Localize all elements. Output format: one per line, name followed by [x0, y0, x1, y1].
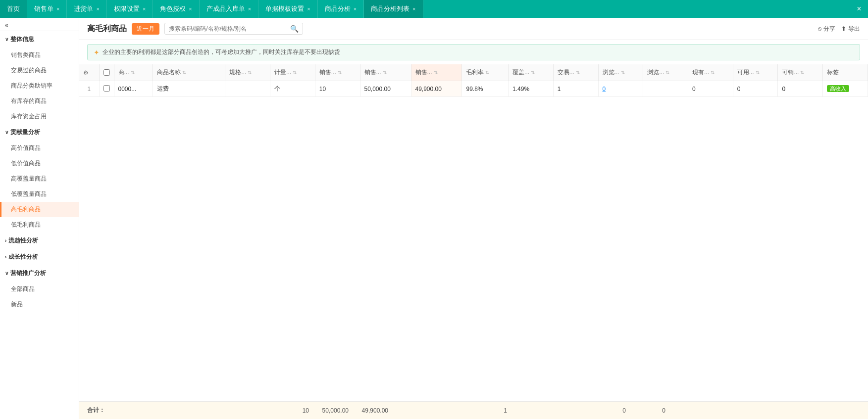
sidebar-item-category-rate[interactable]: 商品分类助销率 — [0, 78, 79, 93]
sort-icon-sale-amt: ⇅ — [383, 70, 387, 75]
footer-sale-amt: 50,000.00 — [313, 407, 353, 414]
footer-stock: 0 — [590, 407, 630, 414]
data-table-wrapper[interactable]: ⚙ 商...⇅ 商品名称⇅ 规格...⇅ — [79, 64, 868, 401]
nav-tab-product-inbound[interactable]: 产成品入库单 × — [200, 0, 258, 18]
sidebar-item-new-goods[interactable]: 新品 — [0, 297, 79, 312]
footer-label: 合计： — [87, 406, 105, 415]
sort-icon-spec: ⇅ — [248, 70, 252, 75]
section-arrow-overall: ∨ — [5, 37, 8, 42]
close-tab-purchase[interactable]: × — [96, 6, 99, 12]
sidebar-item-high-coverage[interactable]: 高覆盖量商品 — [0, 171, 79, 186]
cell-unit: 个 — [270, 81, 315, 97]
close-tab-permissions[interactable]: × — [143, 6, 146, 12]
th-tag[interactable]: 标签 — [823, 64, 868, 81]
close-tab-product-inbound[interactable]: × — [248, 6, 251, 12]
content-area: 高毛利商品 近一月 🔍 ⎋ 分享 ⬆ 导出 ✦ 企业的主要的利润都是这部分商品创… — [79, 18, 868, 419]
th-browse1[interactable]: 浏览...⇅ — [598, 64, 643, 81]
sidebar-item-low-margin[interactable]: 低毛利商品 — [0, 217, 79, 233]
cell-checkbox[interactable] — [99, 81, 114, 97]
th-code[interactable]: 商...⇅ — [114, 64, 153, 81]
sidebar-item-low-coverage[interactable]: 低覆盖量商品 — [0, 186, 79, 202]
sidebar-item-sales-goods[interactable]: 销售类商品 — [0, 47, 79, 63]
th-stock[interactable]: 现有...⇅ — [688, 64, 733, 81]
search-icon[interactable]: 🔍 — [290, 25, 299, 33]
footer-sale-qty: 10 — [273, 407, 313, 414]
page-title: 高毛利商品 — [87, 24, 127, 34]
nav-tab-analysis-list[interactable]: 商品分析列表 × — [364, 0, 423, 18]
sidebar-item-traded-goods[interactable]: 交易过的商品 — [0, 63, 79, 78]
data-table: ⚙ 商...⇅ 商品名称⇅ 规格...⇅ — [79, 64, 868, 97]
nav-tab-analysis[interactable]: 商品分析 × — [318, 0, 364, 18]
th-available[interactable]: 可用...⇅ — [733, 64, 778, 81]
nav-tab-template[interactable]: 单据模板设置 × — [258, 0, 317, 18]
th-sellable[interactable]: 可销...⇅ — [778, 64, 823, 81]
footer-cell-empty2 — [154, 407, 194, 414]
nav-tab-permissions[interactable]: 权限设置 × — [107, 0, 153, 18]
close-tab-template[interactable]: × — [307, 6, 310, 12]
sidebar-section-growth[interactable]: › 成长性分析 — [0, 249, 79, 265]
export-icon: ⬆ — [841, 25, 846, 32]
sidebar-section-marketing[interactable]: ∨ 营销推广分析 — [0, 265, 79, 281]
th-sale-profit[interactable]: 销售...⇅ — [411, 64, 462, 81]
sidebar-item-stocked-goods[interactable]: 有库存的商品 — [0, 93, 79, 109]
sidebar-item-high-value[interactable]: 高价值商品 — [0, 140, 79, 156]
th-spec[interactable]: 规格...⇅ — [225, 64, 270, 81]
sort-icon-available: ⇅ — [756, 70, 760, 75]
select-all-checkbox[interactable] — [103, 69, 110, 76]
nav-tab-roles[interactable]: 角色授权 × — [153, 0, 199, 18]
nav-tab-home[interactable]: 首页 — [0, 0, 27, 18]
share-button[interactable]: ⎋ 分享 — [818, 25, 835, 33]
sort-icon-stock: ⇅ — [711, 70, 715, 75]
cell-sale-amt: 50,000.00 — [360, 81, 411, 97]
sidebar-item-low-value[interactable]: 低价值商品 — [0, 156, 79, 171]
sort-icon-browse1: ⇅ — [621, 70, 625, 75]
close-tab-analysis-list[interactable]: × — [412, 6, 415, 12]
table-row: 1 0000... 运费 个 — [79, 81, 868, 97]
th-unit[interactable]: 计量...⇅ — [270, 64, 315, 81]
sidebar-item-inventory-capital[interactable]: 库存资金占用 — [0, 109, 79, 124]
close-tab-analysis[interactable]: × — [354, 6, 357, 12]
close-tab-roles[interactable]: × — [189, 6, 192, 12]
time-filter-button[interactable]: 近一月 — [132, 23, 159, 35]
cell-browse1[interactable]: 0 — [598, 81, 643, 97]
window-close-button[interactable]: × — [850, 0, 868, 18]
th-margin-rate[interactable]: 毛利率⇅ — [462, 64, 509, 81]
th-trade[interactable]: 交易...⇅ — [553, 64, 598, 81]
sidebar-item-all-goods[interactable]: 全部商品 — [0, 281, 79, 297]
sidebar-item-high-margin[interactable]: 高毛利商品 — [0, 202, 79, 217]
cell-coverage: 1.49% — [509, 81, 554, 97]
nav-tab-sales[interactable]: 销售单 × — [27, 0, 67, 18]
cell-trade: 1 — [553, 81, 598, 97]
th-settings[interactable]: ⚙ — [79, 64, 99, 81]
th-sale-qty[interactable]: 销售...⇅ — [315, 64, 360, 81]
sort-icon-margin: ⇅ — [485, 70, 489, 75]
cell-num: 1 — [79, 81, 99, 97]
sidebar-section-contribution[interactable]: ∨ 贡献量分析 — [0, 124, 79, 140]
footer-cells: 10 50,000.00 49,900.00 1 0 0 — [115, 407, 860, 414]
info-icon: ✦ — [94, 48, 100, 56]
th-name[interactable]: 商品名称⇅ — [153, 64, 225, 81]
search-input[interactable] — [169, 25, 290, 32]
sort-icon-sellable: ⇅ — [800, 70, 804, 75]
th-coverage[interactable]: 覆盖...⇅ — [509, 64, 554, 81]
table-footer: 合计： 10 50,000.00 49,900.00 1 0 0 — [79, 401, 868, 419]
footer-browse2 — [551, 407, 590, 414]
nav-tab-purchase[interactable]: 进货单 × — [67, 0, 106, 18]
sort-icon-trade: ⇅ — [576, 70, 580, 75]
sort-icon-name: ⇅ — [182, 70, 186, 75]
th-checkbox[interactable] — [99, 64, 114, 81]
footer-cell-empty1 — [115, 407, 154, 414]
row-checkbox[interactable] — [103, 85, 110, 92]
close-tab-sales[interactable]: × — [56, 6, 59, 12]
sidebar: « ∨ 整体信息 销售类商品 交易过的商品 商品分类助销率 有库存的商品 库存资… — [0, 18, 79, 419]
sidebar-toggle[interactable]: « — [5, 22, 8, 29]
cell-spec — [225, 81, 270, 97]
section-arrow-marketing: ∨ — [5, 271, 8, 276]
th-sale-amt[interactable]: 销售...⇅ — [360, 64, 411, 81]
sort-icon-coverage: ⇅ — [531, 70, 535, 75]
th-browse2[interactable]: 浏览...⇅ — [643, 64, 688, 81]
footer-cell-empty3 — [194, 407, 234, 414]
export-button[interactable]: ⬆ 导出 — [841, 25, 860, 33]
sidebar-section-trend[interactable]: › 流趋性分析 — [0, 233, 79, 249]
sidebar-section-overall[interactable]: ∨ 整体信息 — [0, 31, 79, 47]
